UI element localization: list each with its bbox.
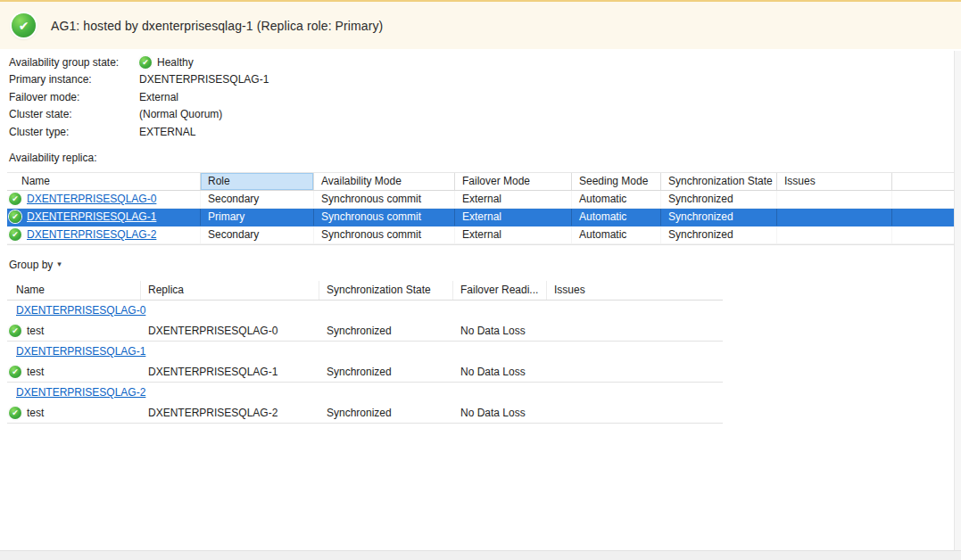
db-name: test	[27, 366, 44, 378]
replica-seeding-mode: Automatic	[572, 209, 661, 226]
summary-label: Availability group state:	[9, 56, 139, 69]
group-by-label: Group by	[9, 259, 53, 271]
replica-role: Primary	[201, 209, 314, 226]
db-issues	[547, 403, 723, 423]
replica-role: Secondary	[201, 191, 314, 208]
column-header-synchronization-state[interactable]: Synchronization State	[319, 281, 453, 300]
replica-table: Name Role Availability Mode Failover Mod…	[7, 172, 961, 245]
summary-label: Cluster type:	[9, 126, 139, 138]
db-group-link[interactable]: DXENTERPRISESQLAG-2	[16, 386, 145, 399]
summary-row: Cluster type: EXTERNAL	[9, 123, 961, 141]
healthy-check-icon: ✔	[9, 407, 21, 419]
database-table: Name Replica Synchronization State Failo…	[7, 281, 723, 424]
replica-synchronization-state: Synchronized	[661, 209, 777, 226]
summary-row: Primary instance: DXENTERPRISESQLAG-1	[9, 71, 961, 89]
replica-failover-mode: External	[455, 209, 572, 226]
ag-dashboard: ✔ AG1: hosted by dxenterprisesqlag-1 (Re…	[0, 0, 961, 424]
healthy-check-icon: ✔	[9, 210, 21, 223]
bottom-panel-edge	[0, 550, 961, 560]
replica-failover-mode: External	[455, 226, 572, 243]
db-replica: DXENTERPRISESQLAG-1	[141, 362, 319, 382]
column-header-filler	[892, 173, 961, 190]
replica-link[interactable]: DXENTERPRISESQLAG-2	[27, 228, 156, 241]
db-group-row[interactable]: DXENTERPRISESQLAG-0	[7, 301, 723, 321]
summary-value: External	[139, 91, 178, 103]
replica-issues	[777, 191, 892, 208]
column-header-name[interactable]: Name	[7, 173, 201, 190]
replica-seeding-mode: Automatic	[572, 191, 661, 208]
summary-section: Availability group state: ✔ Healthy Prim…	[0, 49, 961, 141]
summary-value: Healthy	[157, 56, 194, 69]
replica-issues	[777, 226, 892, 243]
replica-link[interactable]: DXENTERPRISESQLAG-0	[27, 193, 156, 205]
replica-synchronization-state: Synchronized	[661, 226, 777, 243]
summary-value: DXENTERPRISESQLAG-1	[139, 73, 269, 86]
column-header-role[interactable]: Role	[201, 173, 314, 190]
db-name: test	[27, 325, 44, 337]
column-header-synchronization-state[interactable]: Synchronization State	[661, 173, 777, 190]
db-row[interactable]: ✔ test DXENTERPRISESQLAG-0 Synchronized …	[7, 321, 723, 342]
summary-row: Cluster state: (Normal Quorum)	[9, 106, 961, 124]
replica-row-selected[interactable]: ✔ DXENTERPRISESQLAG-1 Primary Synchronou…	[7, 209, 961, 226]
replica-synchronization-state: Synchronized	[661, 191, 777, 208]
column-header-issues[interactable]: Issues	[547, 281, 723, 300]
replica-availability-mode: Synchronous commit	[314, 191, 455, 208]
healthy-check-icon: ✔	[9, 325, 21, 337]
db-failover-readiness: No Data Loss	[453, 403, 547, 423]
replica-row[interactable]: ✔ DXENTERPRISESQLAG-0 Secondary Synchron…	[7, 191, 961, 209]
replica-link[interactable]: DXENTERPRISESQLAG-1	[27, 210, 156, 223]
replica-availability-mode: Synchronous commit	[314, 209, 455, 226]
replica-seeding-mode: Automatic	[572, 226, 661, 243]
replica-availability-mode: Synchronous commit	[314, 226, 455, 243]
summary-label: Primary instance:	[9, 73, 139, 86]
db-failover-readiness: No Data Loss	[453, 362, 547, 382]
column-header-seeding-mode[interactable]: Seeding Mode	[572, 173, 661, 190]
summary-label: Cluster state:	[9, 108, 139, 120]
replica-failover-mode: External	[455, 191, 572, 208]
healthy-check-icon: ✔	[9, 366, 21, 378]
summary-value: EXTERNAL	[139, 126, 195, 138]
db-group-link[interactable]: DXENTERPRISESQLAG-0	[16, 304, 145, 317]
dashboard-header: ✔ AG1: hosted by dxenterprisesqlag-1 (Re…	[0, 0, 961, 49]
db-synchronization-state: Synchronized	[319, 362, 453, 382]
column-header-failover-readiness[interactable]: Failover Readi...	[453, 281, 547, 300]
healthy-check-icon: ✔	[9, 228, 21, 241]
column-header-availability-mode[interactable]: Availability Mode	[314, 173, 455, 190]
replica-table-header: Name Role Availability Mode Failover Mod…	[7, 172, 961, 191]
summary-row: Failover mode: External	[9, 88, 961, 106]
replica-role: Secondary	[201, 226, 314, 243]
column-header-issues[interactable]: Issues	[777, 173, 892, 190]
db-group-link[interactable]: DXENTERPRISESQLAG-1	[16, 345, 145, 358]
db-replica: DXENTERPRISESQLAG-2	[141, 403, 319, 423]
chevron-down-icon: ▾	[57, 260, 62, 268]
group-by-dropdown[interactable]: Group by ▾	[9, 259, 62, 271]
healthy-check-icon: ✔	[139, 56, 152, 69]
column-header-replica[interactable]: Replica	[141, 281, 319, 300]
replica-section-label: Availability replica:	[9, 152, 961, 164]
vertical-scrollbar-track[interactable]	[954, 51, 961, 551]
db-name: test	[27, 407, 44, 419]
healthy-status-icon: ✔	[12, 13, 36, 37]
db-synchronization-state: Synchronized	[319, 321, 453, 341]
page-title: AG1: hosted by dxenterprisesqlag-1 (Repl…	[51, 19, 383, 33]
replica-issues	[777, 209, 892, 226]
db-row[interactable]: ✔ test DXENTERPRISESQLAG-1 Synchronized …	[7, 362, 723, 383]
healthy-check-icon: ✔	[9, 193, 21, 205]
db-failover-readiness: No Data Loss	[453, 321, 547, 341]
db-group-row[interactable]: DXENTERPRISESQLAG-1	[7, 342, 723, 362]
database-table-header: Name Replica Synchronization State Failo…	[7, 281, 723, 301]
replica-row[interactable]: ✔ DXENTERPRISESQLAG-2 Secondary Synchron…	[7, 226, 961, 244]
db-group-row[interactable]: DXENTERPRISESQLAG-2	[7, 383, 723, 403]
db-synchronization-state: Synchronized	[319, 403, 453, 423]
db-issues	[547, 362, 723, 382]
column-header-failover-mode[interactable]: Failover Mode	[455, 173, 572, 190]
summary-label: Failover mode:	[9, 91, 139, 103]
summary-value: (Normal Quorum)	[139, 108, 222, 120]
db-issues	[547, 321, 723, 341]
db-replica: DXENTERPRISESQLAG-0	[141, 321, 319, 341]
column-header-name[interactable]: Name	[7, 281, 141, 300]
summary-row: Availability group state: ✔ Healthy	[9, 54, 961, 71]
db-row[interactable]: ✔ test DXENTERPRISESQLAG-2 Synchronized …	[7, 403, 723, 424]
